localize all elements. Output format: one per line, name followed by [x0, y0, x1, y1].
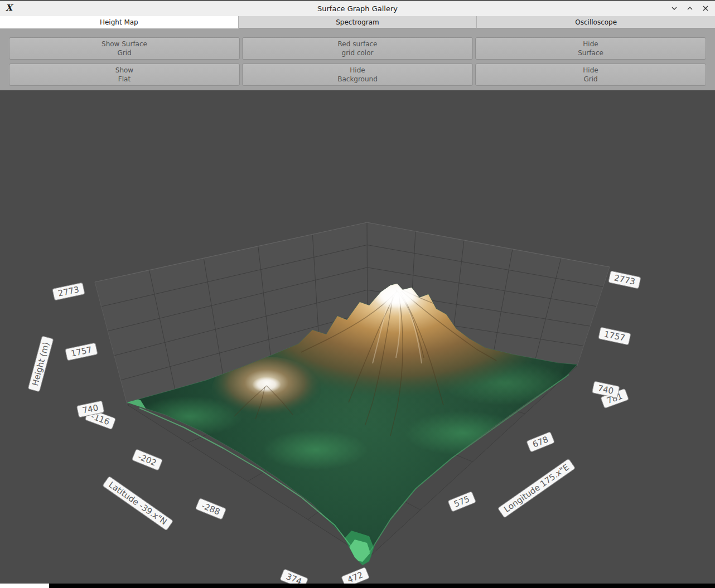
surface-3d-viewport[interactable]: -116 781 Height (m) 2773 1757 740 2773 1… — [0, 90, 715, 584]
chevron-up-icon — [687, 5, 693, 12]
tab-bar: Height Map Spectrogram Oscilloscope — [0, 16, 715, 28]
tab-oscilloscope[interactable]: Oscilloscope — [477, 16, 715, 28]
hide-surface-button[interactable]: Hide Surface — [475, 37, 706, 60]
close-icon — [702, 5, 709, 12]
close-button[interactable] — [700, 3, 711, 13]
button-label: Grid — [117, 48, 131, 57]
button-label: Hide — [350, 66, 365, 75]
hide-grid-button[interactable]: Hide Grid — [475, 64, 706, 86]
bottom-edge-strip — [0, 584, 715, 588]
window-controls — [669, 1, 711, 16]
button-label: Grid — [583, 75, 597, 84]
title-bar[interactable]: X Surface Graph Gallery — [0, 1, 715, 16]
bottom-black-segment — [49, 584, 715, 588]
button-label: Flat — [118, 75, 131, 84]
button-label: Show Surface — [102, 40, 147, 48]
button-label: grid color — [342, 48, 374, 57]
bottom-white-segment — [0, 584, 49, 588]
button-label: Hide — [583, 66, 598, 75]
hide-background-button[interactable]: Hide Background — [242, 64, 473, 86]
chevron-down-icon — [671, 5, 678, 12]
show-surface-grid-button[interactable]: Show Surface Grid — [9, 37, 240, 60]
button-label: Hide — [583, 40, 598, 48]
control-panel: Show Surface Grid Red surface grid color… — [0, 28, 715, 90]
window-title: Surface Graph Gallery — [0, 4, 715, 13]
tab-height-map[interactable]: Height Map — [0, 16, 239, 28]
tab-spectrogram[interactable]: Spectrogram — [239, 16, 477, 28]
button-label: Red surface — [338, 40, 378, 48]
app-window: X Surface Graph Gallery Height M — [0, 0, 715, 588]
red-surface-grid-color-button[interactable]: Red surface grid color — [242, 37, 473, 60]
show-flat-button[interactable]: Show Flat — [9, 64, 240, 86]
minimize-button[interactable] — [669, 3, 679, 13]
button-label: Background — [337, 75, 378, 84]
button-label: Surface — [578, 48, 603, 57]
button-label: Show — [115, 66, 133, 75]
maximize-button[interactable] — [685, 3, 695, 13]
